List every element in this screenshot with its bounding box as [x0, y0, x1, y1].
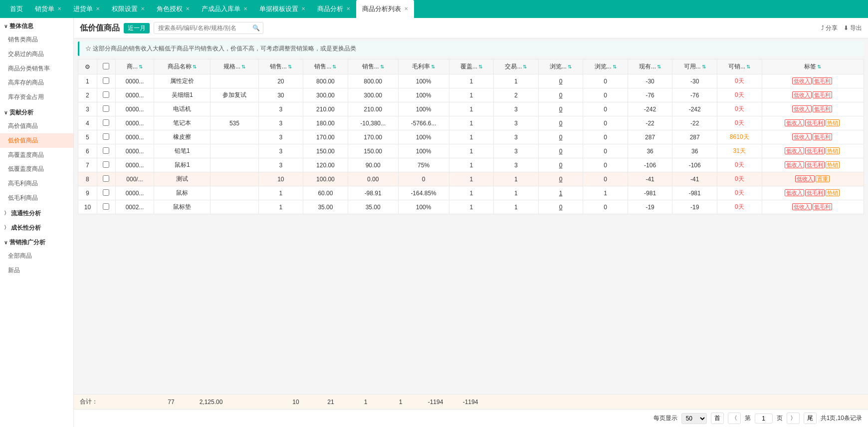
col-spec[interactable]: 规格...⇅ — [211, 59, 258, 74]
col-available[interactable]: 可用...⇅ — [672, 59, 717, 74]
sidebar-item-high-margin[interactable]: 高毛利商品 — [0, 176, 73, 191]
sidebar-group-overall[interactable]: ∨ 整体信息 — [0, 18, 73, 32]
col-checkbox[interactable] — [97, 59, 115, 74]
share-button[interactable]: ⤴ 分享 — [821, 24, 838, 32]
nav-permission[interactable]: 权限设置✕ — [106, 0, 151, 18]
row-checkbox[interactable] — [103, 119, 109, 126]
row-checkbox-cell[interactable] — [97, 130, 115, 144]
row-checkbox[interactable] — [103, 133, 109, 140]
date-range-tag[interactable]: 近一月 — [124, 23, 150, 33]
close-icon[interactable]: ✕ — [186, 0, 190, 18]
row-col7[interactable]: 0 — [538, 116, 583, 130]
sidebar-item-sales-goods[interactable]: 销售类商品 — [0, 32, 73, 47]
col-tags[interactable]: 标签⇅ — [762, 59, 864, 74]
nav-purchase[interactable]: 进货单✕ — [67, 0, 106, 18]
sidebar-item-low-margin[interactable]: 低毛利商品 — [0, 191, 73, 205]
tag-badge: 低毛利 — [805, 147, 825, 154]
sidebar-item-stock-capital[interactable]: 库存资金占用 — [0, 90, 73, 104]
row-checkbox[interactable] — [103, 105, 109, 112]
col-code[interactable]: 商...⇅ — [115, 59, 154, 74]
close-icon[interactable]: ✕ — [141, 0, 145, 18]
col-sales2[interactable]: 销售...⇅ — [303, 59, 348, 74]
sidebar-item-new-goods[interactable]: 新品 — [0, 263, 73, 278]
search-input[interactable] — [154, 22, 263, 34]
sidebar-group-growth[interactable]: 〉 成长性分析 — [0, 220, 73, 234]
row-col7[interactable]: 0 — [538, 200, 583, 214]
col-margin[interactable]: 毛利率⇅ — [398, 59, 449, 74]
table-row: 50000...橡皮擦3170.00170.00100%130028728786… — [78, 130, 864, 144]
col-coverage[interactable]: 覆盖...⇅ — [449, 59, 494, 74]
nav-home[interactable]: 首页 — [4, 0, 29, 18]
row-checkbox-cell[interactable] — [97, 144, 115, 158]
row-col7[interactable]: 1 — [538, 186, 583, 200]
row-checkbox-cell[interactable] — [97, 172, 115, 186]
row-col7[interactable]: 0 — [538, 130, 583, 144]
sidebar-item-category-sales[interactable]: 商品分类销售率 — [0, 61, 73, 76]
nav-goods-analysis[interactable]: 商品分析✕ — [311, 0, 356, 18]
sidebar-item-traded-goods[interactable]: 交易过的商品 — [0, 47, 73, 61]
search-icon[interactable]: 🔍 — [252, 24, 260, 31]
sidebar-item-low-coverage[interactable]: 低覆盖度商品 — [0, 162, 73, 176]
nav-role[interactable]: 角色授权✕ — [151, 0, 196, 18]
select-all-checkbox[interactable] — [103, 63, 109, 69]
sidebar-item-high-coverage[interactable]: 高覆盖度商品 — [0, 148, 73, 162]
sidebar-item-low-value[interactable]: 低价值商品 — [0, 133, 73, 148]
col-sales1[interactable]: 销售...⇅ — [258, 59, 303, 74]
close-icon[interactable]: ✕ — [57, 0, 61, 18]
row-checkbox[interactable] — [103, 203, 109, 210]
row-col7[interactable]: 0 — [538, 74, 583, 88]
col-stock[interactable]: 现有...⇅ — [628, 59, 672, 74]
row-checkbox-cell[interactable] — [97, 186, 115, 200]
sidebar-item-high-stock[interactable]: 高库存的商品 — [0, 75, 73, 90]
row-col7[interactable]: 0 — [538, 88, 583, 102]
close-icon[interactable]: ✕ — [404, 0, 408, 18]
row-col7[interactable]: 0 — [538, 172, 583, 186]
row-col4: 100% — [398, 200, 449, 214]
page-input[interactable] — [755, 414, 773, 424]
row-checkbox-cell[interactable] — [97, 88, 115, 102]
per-page-select[interactable]: 50 100 200 — [681, 413, 707, 424]
row-checkbox[interactable] — [103, 77, 109, 84]
row-checkbox-cell[interactable] — [97, 116, 115, 130]
next-page-btn[interactable]: 〉 — [787, 413, 800, 424]
row-checkbox-cell[interactable] — [97, 74, 115, 88]
nav-goods-analysis-list[interactable]: 商品分析列表✕ — [356, 0, 414, 18]
close-icon[interactable]: ✕ — [301, 0, 305, 18]
sidebar-group-marketing[interactable]: ∨ 营销推广分析 — [0, 234, 73, 249]
col-view2[interactable]: 浏览...⇅ — [583, 59, 628, 74]
first-page-btn[interactable]: 首 — [711, 413, 724, 424]
col-view1[interactable]: 浏览...⇅ — [538, 59, 583, 74]
sidebar-item-high-value[interactable]: 高价值商品 — [0, 119, 73, 133]
col-trade[interactable]: 交易...⇅ — [494, 59, 539, 74]
row-checkbox-cell[interactable] — [97, 158, 115, 172]
row-col7[interactable]: 0 — [538, 158, 583, 172]
col-sales3[interactable]: 销售...⇅ — [348, 59, 398, 74]
nav-template[interactable]: 单据模板设置✕ — [253, 0, 311, 18]
col-settings[interactable]: ⚙ — [78, 59, 97, 74]
row-checkbox[interactable] — [103, 147, 109, 154]
sidebar-item-all-goods[interactable]: 全部商品 — [0, 249, 73, 263]
row-checkbox[interactable] — [103, 189, 109, 196]
sidebar-group-circulation[interactable]: 〉 流通性分析 — [0, 205, 73, 220]
close-icon[interactable]: ✕ — [346, 0, 350, 18]
sidebar-group-contribution[interactable]: ∨ 贡献分析 — [0, 104, 73, 119]
row-checkbox-cell[interactable] — [97, 102, 115, 116]
row-code: 0000... — [115, 102, 154, 116]
total-col10: -1194 — [453, 399, 488, 406]
last-page-btn[interactable]: 尾 — [804, 413, 817, 424]
nav-sales[interactable]: 销货单✕ — [29, 0, 67, 18]
prev-page-btn[interactable]: 〈 — [728, 413, 741, 424]
close-icon[interactable]: ✕ — [243, 0, 247, 18]
col-sellable[interactable]: 可销...⇅ — [717, 59, 762, 74]
nav-product-in[interactable]: 产成品入库单✕ — [196, 0, 253, 18]
row-checkbox[interactable] — [103, 175, 109, 182]
export-button[interactable]: ⬇ 导出 — [844, 24, 862, 32]
col-name[interactable]: 商品名称⇅ — [154, 59, 211, 74]
row-col7[interactable]: 0 — [538, 102, 583, 116]
row-col2: 300.00 — [303, 88, 348, 102]
row-col7[interactable]: 0 — [538, 144, 583, 158]
row-checkbox[interactable] — [103, 161, 109, 168]
row-checkbox-cell[interactable] — [97, 200, 115, 214]
row-checkbox[interactable] — [103, 91, 109, 98]
close-icon[interactable]: ✕ — [96, 0, 100, 18]
